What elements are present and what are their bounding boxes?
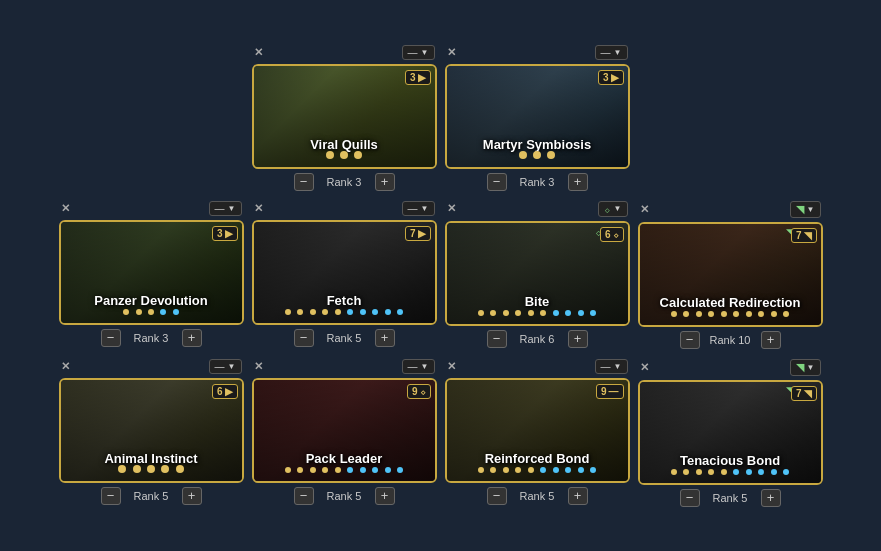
close-martyr-symbiosis[interactable]: ✕ [447, 46, 456, 59]
mod-controls-tenacious-bond: ✕ ◥ ▼ [638, 359, 823, 376]
rank-decrease-animal-instinct[interactable]: − [101, 487, 121, 505]
rank-decrease-tenacious-bond[interactable]: − [680, 489, 700, 507]
badge-number: 3 [217, 228, 223, 239]
rank-decrease-panzer-devolution[interactable]: − [101, 329, 121, 347]
badge-icon: ▶ [418, 228, 426, 239]
star-2 [297, 309, 303, 315]
mod-stars-martyr-symbiosis [447, 145, 628, 163]
star-6 [733, 311, 739, 317]
badge-icon: ⬦ [613, 229, 619, 240]
rank-decrease-viral-quills[interactable]: − [294, 173, 314, 191]
mod-card-pack-leader[interactable]: 9 ⬦ Pack Leader [252, 378, 437, 483]
mod-controls-reinforced-bond: ✕ — ▼ [445, 359, 630, 374]
mod-controls-calculated-redirection: ✕ ◥ ▼ [638, 201, 823, 218]
rank-decrease-pack-leader[interactable]: − [294, 487, 314, 505]
mod-wrapper-pack-leader: ✕ — ▼ 9 ⬦ Pack Leader [252, 359, 437, 507]
config-tenacious-bond[interactable]: ◥ ▼ [790, 359, 821, 376]
close-fetch[interactable]: ✕ [254, 202, 263, 215]
config-arrow: ▼ [228, 362, 236, 371]
rank-label-martyr-symbiosis: Rank 3 [515, 176, 560, 188]
star-3 [148, 309, 154, 315]
polarity-icon-cr: ◥ [796, 203, 804, 216]
star-8 [372, 467, 378, 473]
close-pack-leader[interactable]: ✕ [254, 360, 263, 373]
mod-controls-fetch: ✕ — ▼ [252, 201, 437, 216]
rank-badge-viral-quills: 3 ▶ [405, 70, 431, 85]
rank-increase-calculated-redirection[interactable]: + [761, 331, 781, 349]
config-arrow: ▼ [614, 204, 622, 213]
config-arrow: ▼ [421, 204, 429, 213]
rank-increase-martyr-symbiosis[interactable]: + [568, 173, 588, 191]
rank-increase-bite[interactable]: + [568, 330, 588, 348]
config-dash: — [215, 203, 225, 214]
star-2 [683, 311, 689, 317]
config-dash: — [601, 47, 611, 58]
config-arrow: ▼ [614, 48, 622, 57]
mod-card-panzer-devolution[interactable]: 3 ▶ Panzer Devolution [59, 220, 244, 325]
mod-card-tenacious-bond[interactable]: ◥ 7 ◥ Tenacious Bond [638, 380, 823, 485]
config-martyr-symbiosis[interactable]: — ▼ [595, 45, 628, 60]
mod-card-calculated-redirection[interactable]: ◥ 7 ◥ Calculated Redirection [638, 222, 823, 327]
config-viral-quills[interactable]: — ▼ [402, 45, 435, 60]
config-animal-instinct[interactable]: — ▼ [209, 359, 242, 374]
close-animal-instinct[interactable]: ✕ [61, 360, 70, 373]
mod-controls-pack-leader: ✕ — ▼ [252, 359, 437, 374]
rank-decrease-martyr-symbiosis[interactable]: − [487, 173, 507, 191]
mod-card-fetch[interactable]: 7 ▶ Fetch [252, 220, 437, 325]
star-10 [590, 467, 596, 473]
mod-card-animal-instinct[interactable]: 6 ▶ Animal Instinct [59, 378, 244, 483]
close-viral-quills[interactable]: ✕ [254, 46, 263, 59]
mod-card-bite[interactable]: ⬦ 6 ⬦ Bite [445, 221, 630, 326]
mod-stars-tenacious-bond [640, 461, 821, 479]
rank-increase-animal-instinct[interactable]: + [182, 487, 202, 505]
rank-decrease-reinforced-bond[interactable]: − [487, 487, 507, 505]
rank-decrease-fetch[interactable]: − [294, 329, 314, 347]
mod-wrapper-panzer-devolution: ✕ — ▼ 3 ▶ Panzer Devolution [59, 201, 244, 349]
rank-increase-fetch[interactable]: + [375, 329, 395, 347]
config-arrow: ▼ [614, 362, 622, 371]
mod-card-martyr-symbiosis[interactable]: 3 ▶ Martyr Symbiosis [445, 64, 630, 169]
star-2 [490, 310, 496, 316]
close-calculated-redirection[interactable]: ✕ [640, 203, 649, 216]
star-7 [553, 467, 559, 473]
star-2 [683, 469, 689, 475]
close-tenacious-bond[interactable]: ✕ [640, 361, 649, 374]
star-7 [746, 311, 752, 317]
config-calculated-redirection[interactable]: ◥ ▼ [790, 201, 821, 218]
mod-card-viral-quills[interactable]: 3 ▶ Viral Quills [252, 64, 437, 169]
star-9 [771, 311, 777, 317]
config-panzer-devolution[interactable]: — ▼ [209, 201, 242, 216]
star-8 [372, 309, 378, 315]
mod-controls-martyr-symbiosis: ✕ — ▼ [445, 45, 630, 60]
rank-decrease-calculated-redirection[interactable]: − [680, 331, 700, 349]
rank-increase-tenacious-bond[interactable]: + [761, 489, 781, 507]
config-fetch[interactable]: — ▼ [402, 201, 435, 216]
config-reinforced-bond[interactable]: — ▼ [595, 359, 628, 374]
close-reinforced-bond[interactable]: ✕ [447, 360, 456, 373]
mod-wrapper-martyr-symbiosis: ✕ — ▼ 3 ▶ Martyr Symbiosis [445, 45, 630, 191]
star-8 [758, 469, 764, 475]
rank-label-calculated-redirection: Rank 10 [708, 334, 753, 346]
badge-icon: — [609, 386, 619, 397]
star-3 [310, 309, 316, 315]
rank-increase-panzer-devolution[interactable]: + [182, 329, 202, 347]
rank-increase-viral-quills[interactable]: + [375, 173, 395, 191]
config-arrow: ▼ [807, 205, 815, 214]
star-5 [721, 469, 727, 475]
rank-decrease-bite[interactable]: − [487, 330, 507, 348]
rank-badge-pack-leader: 9 ⬦ [407, 384, 431, 399]
rank-control-reinforced-bond: − Rank 5 + [487, 487, 588, 505]
close-panzer-devolution[interactable]: ✕ [61, 202, 70, 215]
mod-wrapper-fetch: ✕ — ▼ 7 ▶ Fetch [252, 201, 437, 349]
rank-increase-reinforced-bond[interactable]: + [568, 487, 588, 505]
close-bite[interactable]: ✕ [447, 202, 456, 215]
badge-number: 7 [410, 228, 416, 239]
star-6 [347, 309, 353, 315]
star-8 [758, 311, 764, 317]
mod-card-reinforced-bond[interactable]: 9 — Reinforced Bond [445, 378, 630, 483]
config-pack-leader[interactable]: — ▼ [402, 359, 435, 374]
star-5 [528, 310, 534, 316]
star-4 [161, 465, 169, 473]
rank-increase-pack-leader[interactable]: + [375, 487, 395, 505]
config-bite[interactable]: ⬦ ▼ [598, 201, 628, 217]
